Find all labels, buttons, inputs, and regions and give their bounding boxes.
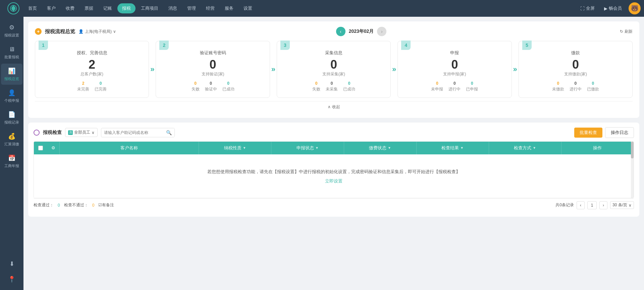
nav-services[interactable]: 服务 xyxy=(220,3,238,13)
sidebar-item-tax-records[interactable]: 📄 报税记录 xyxy=(1,107,22,128)
search-input[interactable] xyxy=(101,129,163,137)
left-sidebar: ⚙ 报税设置 🖥 批量报税 📊 报税总览 👤 个税申报 📄 报税记录 💰 汇算清… xyxy=(0,17,23,290)
stat-uncollected-3: 0 未采集 xyxy=(326,81,338,92)
stat-success-3: 0 已成功 xyxy=(343,81,355,92)
batch-check-button[interactable]: 批量检查 xyxy=(574,128,602,138)
table-footer: 检查通过： 0 检查不通过： 0 ☑有备注 共0条记录 ‹ 1 › 30 条/页… xyxy=(34,198,634,212)
next-page-button[interactable]: › xyxy=(599,201,607,209)
prev-page-button[interactable]: ‹ xyxy=(577,201,585,209)
user-avatar[interactable]: 🐻 xyxy=(629,2,641,14)
flow-step-3: 3 采集信息 0 支持采集(家) 0 失败 0 未采集 0 已成功 xyxy=(277,41,391,98)
th-check-method[interactable]: 检查方式 ▼ xyxy=(489,142,561,154)
sidebar-bottom: ⬇ 📍 xyxy=(1,257,22,290)
stat-num-verifying-2: 0 xyxy=(205,81,217,86)
main-menu: 首页 客户 收费 票据 记账 报税 工商项目 消息 管理 经营 服务 设置 xyxy=(23,3,578,13)
sidebar-label-tax-records: 报税记录 xyxy=(4,120,19,125)
person-icon: 👤 xyxy=(78,29,84,34)
th-payment-status[interactable]: 缴费状态 ▼ xyxy=(344,142,416,154)
nav-management[interactable]: 管理 xyxy=(182,3,201,13)
fullscreen-label: 全屏 xyxy=(586,5,595,11)
nav-tax[interactable]: 报税 xyxy=(117,3,136,13)
scrollbar-thumb[interactable] xyxy=(631,142,634,158)
table-header: ⚙ 客户名称 纳税性质 ▼ 申报状态 ▼ 缴费状态 ▼ 检查结果 xyxy=(34,142,634,154)
page-size-selector[interactable]: 30 条/页 ∨ xyxy=(610,201,634,209)
stat-num-finished: 0 xyxy=(95,81,107,86)
sidebar-item-settlement[interactable]: 💰 汇算清缴 xyxy=(1,129,22,150)
sidebar-item-batch-tax[interactable]: 🖥 批量报税 xyxy=(1,42,22,63)
sidebar-item-location[interactable]: 📍 xyxy=(1,272,22,287)
th-settings[interactable]: ⚙ xyxy=(47,142,59,154)
sidebar-label-tax-overview: 报税总览 xyxy=(4,76,19,81)
check-icon xyxy=(34,130,40,136)
sidebar-item-personal-filing[interactable]: 👤 个税申报 xyxy=(1,85,22,106)
vip-button[interactable]: ▶ 畅会员 xyxy=(601,4,625,13)
nav-operations[interactable]: 经营 xyxy=(201,3,219,13)
current-page: 1 xyxy=(587,201,597,209)
nav-customer[interactable]: 客户 xyxy=(42,3,60,13)
stat-label-unfinished: 未完善 xyxy=(77,86,89,92)
nav-industry[interactable]: 工商项目 xyxy=(136,3,163,13)
stat-label-fail-3: 失败 xyxy=(312,86,320,92)
th-filing-status[interactable]: 申报状态 ▼ xyxy=(271,142,343,154)
scrollbar-track[interactable] xyxy=(631,142,634,198)
tax-check-card: 报税检查 员 全部员工 ∨ 🔍 批量检查 操作日志 ⚙ xyxy=(28,123,639,217)
collapse-label: 收起 xyxy=(332,104,340,110)
add-icon[interactable]: + xyxy=(35,28,42,35)
nav-settings[interactable]: 设置 xyxy=(239,3,257,13)
arrow-3-4: » xyxy=(391,41,397,98)
fail-count[interactable]: 0 xyxy=(92,203,95,208)
sidebar-item-tax-overview[interactable]: 📊 报税总览 xyxy=(1,64,22,85)
select-all-checkbox[interactable] xyxy=(38,146,43,150)
next-month-button[interactable]: › xyxy=(377,27,386,36)
location-text: 上海(电子税局) xyxy=(85,29,112,34)
stat-label-success-3: 已成功 xyxy=(343,86,355,92)
stat-success-2: 0 已成功 xyxy=(222,81,234,92)
flow-step-2: 2 验证账号密码 0 支持验证(家) 0 失败 0 验证中 0 已成功 xyxy=(156,41,270,98)
total-records: 共0条记录 xyxy=(555,202,574,208)
card-header: + 报税流程总览 👤 上海(电子税局) ∨ ‹ 2023年02月 › ↻ 刷新 xyxy=(35,27,633,36)
employee-filter[interactable]: 员 全部员工 ∨ xyxy=(65,128,98,137)
pass-label: 检查通过： xyxy=(34,202,54,208)
app-logo[interactable] xyxy=(3,2,23,14)
stat-label-inprogress-5: 进行中 xyxy=(570,86,582,92)
th-tax-nature[interactable]: 纳税性质 ▼ xyxy=(199,142,271,154)
nav-messages[interactable]: 消息 xyxy=(164,3,182,13)
step-count-2: 0 xyxy=(161,58,264,71)
location-tag[interactable]: 👤 上海(电子税局) ∨ xyxy=(78,29,116,34)
th-check-result[interactable]: 检查结果 ▼ xyxy=(416,142,489,154)
stat-num-unfinished: 2 xyxy=(77,81,89,86)
collapse-button[interactable]: ∧ 收起 xyxy=(35,101,633,113)
stat-num-success-3: 0 xyxy=(343,81,355,86)
stat-label-verifying-2: 验证中 xyxy=(205,86,217,92)
stat-num-fail-2: 0 xyxy=(192,81,200,86)
refresh-button[interactable]: ↻ 刷新 xyxy=(620,29,633,34)
tax-records-icon: 📄 xyxy=(8,111,16,119)
prev-month-button[interactable]: ‹ xyxy=(336,27,345,36)
nav-fees[interactable]: 收费 xyxy=(61,3,79,13)
operation-log-button[interactable]: 操作日志 xyxy=(605,127,634,138)
sidebar-label-settlement: 汇算清缴 xyxy=(4,142,19,147)
search-button[interactable]: 🔍 xyxy=(163,128,174,137)
th-checkbox[interactable] xyxy=(34,142,47,154)
flow-overview-card: + 报税流程总览 👤 上海(电子税局) ∨ ‹ 2023年02月 › ↻ 刷新 … xyxy=(28,21,639,118)
pagination: 共0条记录 ‹ 1 › 30 条/页 ∨ xyxy=(555,201,634,209)
th-tax-nature-text: 纳税性质 xyxy=(224,145,241,151)
sidebar-item-tax-settings[interactable]: ⚙ 报税设置 xyxy=(1,20,22,41)
nav-bills[interactable]: 票据 xyxy=(80,3,98,13)
fullscreen-button[interactable]: ⛶ 全屏 xyxy=(578,4,597,13)
filter-arrow-tax-nature: ▼ xyxy=(243,146,246,150)
nav-accounting[interactable]: 记账 xyxy=(99,3,117,13)
page-size-chevron-icon: ∨ xyxy=(629,203,632,208)
chevron-down-icon: ∨ xyxy=(92,130,95,135)
th-check-result-text: 检查结果 xyxy=(441,145,459,151)
table-body-empty: 若您想使用报税检查功能，请先在【报税设置】中进行报税的初始化设置，完成密码验证和… xyxy=(34,154,634,198)
nav-home[interactable]: 首页 xyxy=(23,3,42,13)
stat-paid-5: 0 已缴款 xyxy=(587,81,599,92)
setup-link[interactable]: 立即设置 xyxy=(325,178,342,184)
sidebar-item-download[interactable]: ⬇ xyxy=(1,257,22,271)
flow-overview-title: 报税流程总览 xyxy=(45,28,75,35)
sidebar-item-annual-report[interactable]: 📅 工商年报 xyxy=(1,151,22,172)
step-number-5: 5 xyxy=(522,41,532,50)
th-payment-status-text: 缴费状态 xyxy=(369,145,386,151)
pass-count[interactable]: 0 xyxy=(58,203,60,208)
